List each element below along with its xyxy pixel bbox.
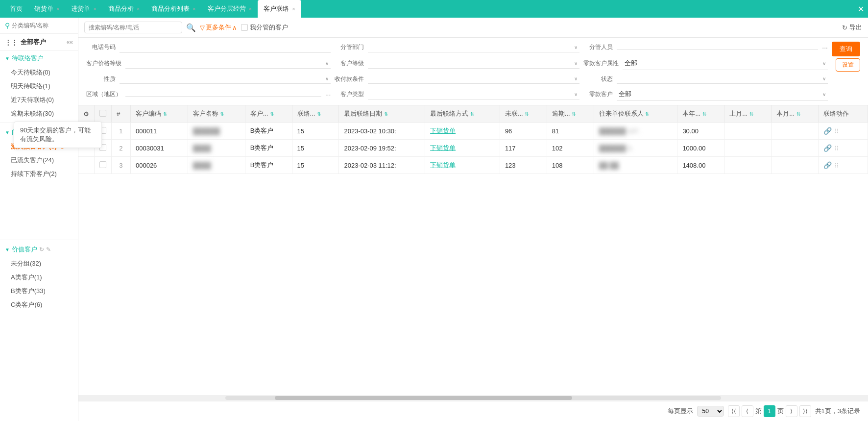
sidebar-collapse-icon[interactable]: «« — [67, 39, 73, 46]
tab-home[interactable]: 首页 — [4, 0, 28, 18]
row-checkbox-2[interactable] — [99, 161, 106, 168]
filter-zero-customer-select[interactable]: 全部 ∨ — [617, 88, 828, 101]
query-button[interactable]: 查询 — [832, 42, 860, 56]
tab-purchase-close[interactable]: × — [93, 6, 96, 12]
export-button[interactable]: ↻ 导出 — [842, 23, 862, 32]
sidebar-item-declining[interactable]: 持续下滑客户(2) — [0, 167, 78, 181]
sidebar-item-overdue-pending[interactable]: 逾期未联络(30) — [0, 107, 78, 121]
sidebar-item-a-class[interactable]: A类客户(1) — [0, 271, 78, 284]
edit-icon[interactable]: ✎ — [46, 246, 51, 253]
filter-person-select[interactable] — [617, 45, 819, 50]
col-name-sort[interactable]: ⇅ — [220, 111, 224, 117]
row-more-icon-2[interactable]: ⁝⁝ — [835, 161, 839, 169]
col-liaison-sort[interactable]: ⇅ — [645, 111, 649, 117]
row-last-method-0[interactable]: 下销货单 — [425, 123, 500, 140]
table-header-contact[interactable]: 联络... ⇅ — [292, 105, 339, 123]
page-first-button[interactable]: ⟨⟨ — [728, 405, 740, 417]
table-header-last-method[interactable]: 最后联络方式 ⇅ — [425, 105, 500, 123]
page-prev-button[interactable]: ⟨ — [742, 405, 753, 417]
more-conditions-toggle[interactable]: ▽ 更多条件 ∧ — [200, 23, 237, 32]
sidebar-item-7days-pending[interactable]: 近7天待联络(0) — [0, 93, 78, 107]
tab-product-analysis-list-close[interactable]: × — [193, 6, 195, 12]
sidebar-item-b-class[interactable]: B类客户(33) — [0, 284, 78, 298]
tab-sales[interactable]: 销货单 × — [28, 0, 65, 18]
filter-customer-type-select[interactable]: ∨ — [368, 90, 579, 99]
horizontal-scrollbar[interactable] — [78, 395, 868, 401]
sidebar-root[interactable]: ⋮⋮ 全部客户 «« — [0, 34, 78, 51]
table-header-last-date[interactable]: 最后联络日期 ⇅ — [339, 105, 425, 123]
table-header-last-month[interactable]: 上月... ⇅ — [724, 105, 772, 123]
row-last-method-link-0[interactable]: 下销货单 — [430, 127, 456, 134]
col-this-year-sort[interactable]: ⇅ — [702, 111, 706, 117]
col-last-date-sort[interactable]: ⇅ — [384, 111, 388, 117]
row-more-icon-0[interactable]: ⁝⁝ — [835, 127, 839, 135]
region-more-icon[interactable]: ··· — [325, 91, 331, 99]
page-next-button[interactable]: ⟩ — [786, 405, 797, 417]
row-more-icon-1[interactable]: ⁝⁝ — [835, 144, 839, 152]
table-header-this-month[interactable]: 本月... ⇅ — [772, 105, 819, 123]
filter-customer-level-select[interactable]: ∨ — [368, 59, 579, 69]
filter-search-input[interactable] — [84, 22, 182, 33]
tab-customer-contact-close[interactable]: × — [292, 6, 295, 12]
col-last-method-sort[interactable]: ⇅ — [470, 111, 474, 117]
setting-button[interactable]: 设置 — [836, 58, 860, 72]
sidebar-item-churned[interactable]: 已流失客户(24) — [0, 153, 78, 167]
tab-product-analysis-close[interactable]: × — [137, 6, 140, 12]
filter-region-select[interactable] — [125, 92, 321, 97]
sidebar-group-value[interactable]: ▼ 价值客户 ↻ ✎ — [0, 242, 78, 257]
table-header-code[interactable]: 客户编码 ⇅ — [130, 105, 188, 123]
table-settings-icon[interactable]: ⚙ — [83, 110, 89, 118]
table-header-this-year[interactable]: 本年... ⇅ — [677, 105, 724, 123]
row-last-method-link-1[interactable]: 下销货单 — [430, 144, 456, 151]
table-header-liaison[interactable]: 往来单位联系人 ⇅ — [594, 105, 677, 123]
row-link-icon-1[interactable]: 🔗 — [823, 144, 832, 152]
row-link-icon-0[interactable]: 🔗 — [823, 127, 832, 135]
col-last-month-sort[interactable]: ⇅ — [749, 111, 753, 117]
col-this-month-sort[interactable]: ⇅ — [796, 111, 800, 117]
window-close-icon[interactable]: ✕ — [858, 4, 864, 14]
filter-gender-select[interactable]: ∨ — [120, 74, 331, 84]
sidebar-item-today-pending[interactable]: 今天待联络(0) — [0, 66, 78, 79]
sidebar-item-c-class[interactable]: C类客户(6) — [0, 298, 78, 312]
table-select-all-checkbox[interactable] — [99, 110, 106, 117]
tab-customer-tier-close[interactable]: × — [249, 6, 252, 12]
tab-product-analysis-list[interactable]: 商品分析列表 × — [145, 0, 201, 18]
col-overdue-sort[interactable]: ⇅ — [572, 111, 576, 117]
row-last-method-link-2[interactable]: 下销货单 — [430, 161, 456, 169]
tab-product-analysis[interactable]: 商品分析 × — [102, 0, 145, 18]
row-link-icon-2[interactable]: 🔗 — [823, 161, 832, 169]
col-uncontacted-sort[interactable]: ⇅ — [525, 111, 529, 117]
row-last-method-2[interactable]: 下销货单 — [425, 157, 500, 174]
filter-price-level-select[interactable]: ∨ — [125, 59, 331, 69]
col-code-sort[interactable]: ⇅ — [163, 111, 167, 117]
filter-zero-attr-select[interactable]: 全部 ∨ — [623, 57, 828, 70]
per-page-select[interactable]: 50 100 200 — [697, 406, 724, 417]
col-type-sort[interactable]: ⇅ — [270, 111, 274, 117]
tab-customer-contact[interactable]: 客户联络 × — [258, 0, 301, 18]
table-header-type[interactable]: 客户... ⇅ — [245, 105, 292, 123]
filter-status-select[interactable]: ∨ — [617, 74, 828, 84]
table-settings-col[interactable]: ⚙ — [78, 105, 95, 123]
filter-dept-select[interactable]: ∨ — [368, 43, 579, 52]
col-contact-sort[interactable]: ⇅ — [317, 111, 321, 117]
sidebar-item-ungrouped[interactable]: 未分组(32) — [0, 257, 78, 271]
row-last-method-1[interactable]: 下销货单 — [425, 140, 500, 157]
person-more-icon[interactable]: ··· — [822, 44, 828, 51]
table-header-uncontacted[interactable]: 未联... ⇅ — [500, 105, 547, 123]
my-customers-toggle[interactable]: 我分管的客户 — [241, 23, 288, 32]
table-header-name[interactable]: 客户名称 ⇅ — [188, 105, 245, 123]
refresh-icon[interactable]: ↻ — [39, 246, 44, 253]
page-last-button[interactable]: ⟩⟩ — [799, 405, 811, 417]
table-header-overdue[interactable]: 逾期... ⇅ — [547, 105, 594, 123]
filter-search-button[interactable]: 🔍 — [186, 23, 196, 32]
scrollbar-thumb[interactable] — [275, 396, 572, 400]
filter-payment-select[interactable]: ∨ — [368, 74, 579, 84]
my-customers-checkbox[interactable] — [241, 24, 248, 31]
tab-purchase[interactable]: 进货单 × — [65, 0, 102, 18]
sidebar-search-input[interactable] — [12, 22, 73, 29]
filter-phone-input[interactable] — [120, 42, 331, 53]
sidebar-item-tomorrow-pending[interactable]: 明天待联络(1) — [0, 79, 78, 93]
tab-sales-close[interactable]: × — [56, 6, 59, 12]
sidebar-group-pending-contact[interactable]: ▼ 待联络客户 — [0, 51, 78, 66]
tab-customer-tier[interactable]: 客户分层经营 × — [202, 0, 258, 18]
